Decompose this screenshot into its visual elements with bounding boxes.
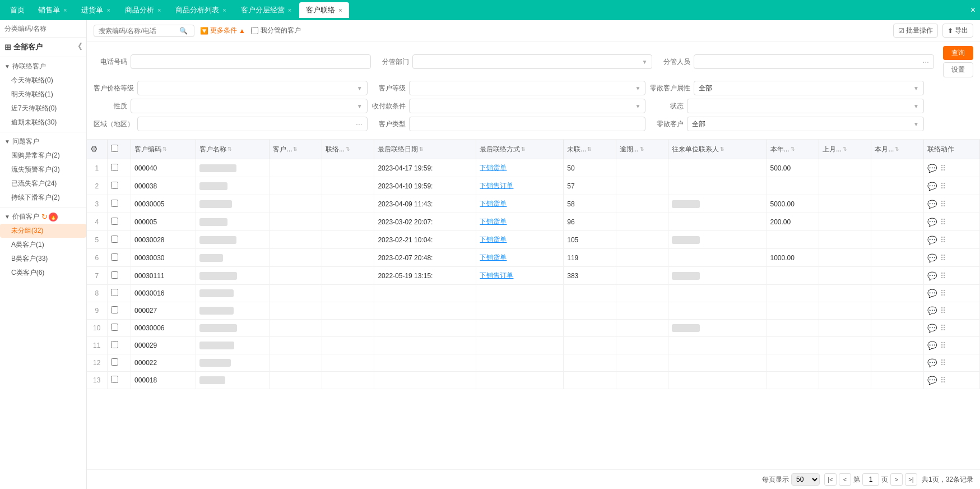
group-value-customers[interactable]: ▼ 价值客户 ↻ 🔥 [0,210,86,224]
th-type[interactable]: 客户... ⇅ [270,140,322,159]
sidebar-search-box[interactable]: 🔍 [0,20,86,38]
next-page-btn[interactable]: > [890,473,903,486]
grid-action-icon[interactable]: ⠿ [940,182,946,191]
region-input[interactable]: ··· [137,117,368,131]
sidebar-item-ungroup[interactable]: 未分组(32) [0,224,86,238]
nav-home[interactable]: 首页 [4,5,30,15]
page-input[interactable] [862,473,879,486]
search-btn[interactable]: 查询 [943,46,973,60]
nav-tab-customer-contact[interactable]: 客户联络 × [299,2,349,18]
contact-method-link[interactable]: 下销货单 [480,200,507,207]
th-last-date[interactable]: 最后联络日期 ⇅ [374,140,476,159]
sidebar-item-7days[interactable]: 近7天待联络(0) [0,102,86,116]
row-select[interactable] [111,164,118,171]
chat-icon[interactable]: 💬 [927,376,937,385]
prev-page-btn[interactable]: < [839,473,851,486]
chat-icon[interactable]: 💬 [927,324,937,333]
per-page-select[interactable]: 50 100 200 [791,473,820,486]
row-select[interactable] [111,218,118,225]
row-select[interactable] [111,271,118,279]
sidebar-item-tomorrow[interactable]: 明天待联络(1) [0,87,86,102]
row-checkbox[interactable] [107,231,131,249]
nav-tab-purchase[interactable]: 进货单 × [75,2,117,18]
th-this-year[interactable]: 本年... ⇅ [767,140,819,159]
row-select[interactable] [111,306,118,313]
row-select[interactable] [111,358,118,366]
th-contact[interactable]: 联络... ⇅ [322,140,374,159]
row-checkbox[interactable] [107,337,131,354]
th-code[interactable]: 客户编码 ⇅ [131,140,196,159]
manager-input[interactable]: ··· [694,54,934,69]
chat-icon[interactable]: 💬 [927,200,937,209]
row-checkbox[interactable] [107,195,131,213]
row-select[interactable] [111,376,118,383]
sidebar-item-a-class[interactable]: A类客户(1) [0,238,86,252]
sidebar-item-abnormal[interactable]: 囤购异常客户(2) [0,149,86,163]
chat-icon[interactable]: 💬 [927,218,937,227]
main-search-input[interactable] [99,27,177,35]
all-customers-header[interactable]: ⊞ 全部客户 《 [0,38,86,54]
collapse-btn[interactable]: 《 [74,42,82,52]
row-checkbox[interactable] [107,320,131,337]
grid-action-icon[interactable]: ⠿ [940,358,946,367]
contact-method-link[interactable]: 下销售订单 [480,271,513,279]
export-btn[interactable]: ⬆ 导出 [942,24,973,38]
contact-method-link[interactable]: 下销货单 [480,236,507,243]
group-problem-customers[interactable]: ▼ 问题客户 [0,135,86,149]
batch-op-btn[interactable]: ☑ 批量操作 [893,24,938,38]
sidebar-item-today[interactable]: 今天待联络(0) [0,73,86,87]
select-all-checkbox[interactable] [111,145,118,152]
row-select[interactable] [111,236,118,243]
price-level-input[interactable]: ▼ [137,81,368,95]
nav-tab-sales[interactable]: 销售单 × [31,2,73,18]
my-customers-checkbox[interactable]: 我分管的客户 [251,26,301,35]
th-last-month[interactable]: 上月... ⇅ [819,140,871,159]
chat-icon[interactable]: 💬 [927,306,937,315]
close-sales-tab[interactable]: × [63,7,67,13]
customer-type-input[interactable] [409,117,646,131]
row-checkbox[interactable] [107,159,131,177]
row-select[interactable] [111,324,118,331]
row-checkbox[interactable] [107,372,131,389]
chat-icon[interactable]: 💬 [927,253,937,262]
grid-action-icon[interactable]: ⠿ [940,306,946,315]
sidebar-search-input[interactable] [4,25,87,33]
customer-level-input[interactable]: ▼ [409,81,646,95]
nav-tab-customer-ops[interactable]: 客户分层经营 × [234,2,298,18]
main-search-box[interactable]: 🔍 [94,25,194,37]
group-pending-contact[interactable]: ▼ 待联络客户 [0,59,86,73]
close-customer-ops-tab[interactable]: × [288,7,291,13]
chat-icon[interactable]: 💬 [927,236,937,245]
grid-action-icon[interactable]: ⠿ [940,164,946,173]
close-purchase-tab[interactable]: × [106,7,110,13]
row-select[interactable] [111,182,118,189]
first-page-btn[interactable]: |< [824,473,837,486]
refresh-icon[interactable]: ↻ [41,213,48,221]
status-input[interactable]: ▼ [687,99,924,113]
row-checkbox[interactable] [107,177,131,195]
row-select[interactable] [111,289,118,296]
grid-action-icon[interactable]: ⠿ [940,324,946,333]
grid-action-icon[interactable]: ⠿ [940,200,946,209]
sidebar-item-churn-warning[interactable]: 流失预警客户(3) [0,163,86,177]
row-checkbox[interactable] [107,354,131,372]
grid-action-icon[interactable]: ⠿ [940,289,946,298]
row-select[interactable] [111,253,118,261]
nav-tab-analysis-list[interactable]: 商品分析列表 × [169,2,233,18]
row-select[interactable] [111,341,118,348]
close-customer-contact-tab[interactable]: × [338,7,342,13]
th-uncontacted[interactable]: 未联... ⇅ [564,140,616,159]
th-overdue[interactable]: 逾期... ⇅ [616,140,668,159]
th-last-method[interactable]: 最后联络方式 ⇅ [476,140,564,159]
main-search-icon[interactable]: 🔍 [179,27,188,35]
th-this-month[interactable]: 本月... ⇅ [871,140,923,159]
grid-action-icon[interactable]: ⠿ [940,218,946,227]
row-checkbox[interactable] [107,285,131,302]
chat-icon[interactable]: 💬 [927,358,937,367]
chat-icon[interactable]: 💬 [927,164,937,173]
grid-action-icon[interactable]: ⠿ [940,253,946,262]
phone-input[interactable] [131,54,371,69]
sidebar-item-overdue[interactable]: 逾期未联络(30) [0,116,86,130]
retail-attr-input[interactable]: 全部 ▼ [694,81,924,95]
grid-action-icon[interactable]: ⠿ [940,341,946,350]
